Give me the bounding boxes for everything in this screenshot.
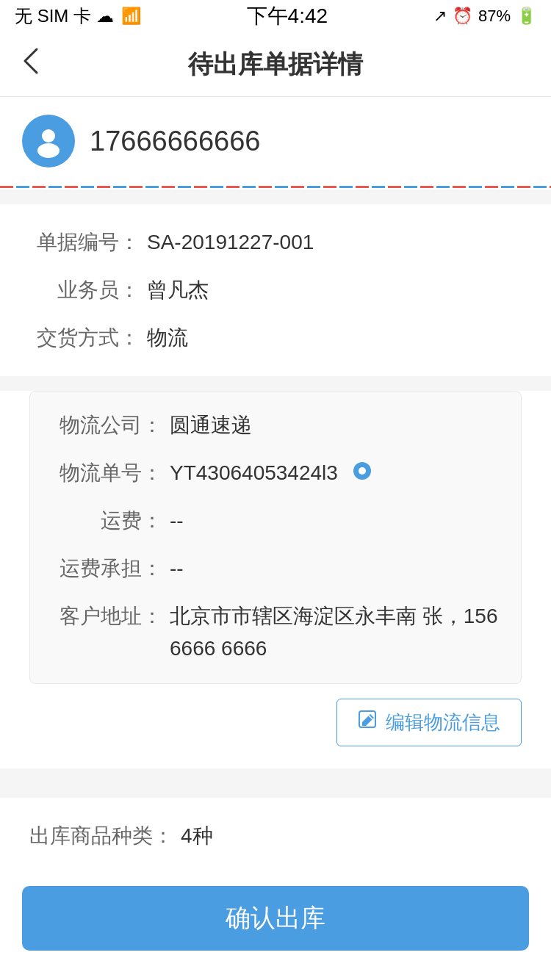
edit-btn-wrapper: 编辑物流信息 — [29, 684, 522, 746]
status-bar: 无 SIM 卡 ☁ 📶 下午4:42 ↗ ⏰ 87% 🔋 — [0, 0, 551, 32]
back-button[interactable] — [22, 39, 54, 90]
dashed-line-decoration — [0, 186, 551, 188]
wifi-icon: 📶 — [121, 7, 141, 26]
outbound-type-label: 出库商品种类： — [29, 820, 181, 853]
confirm-outbound-label: 确认出库 — [226, 901, 325, 935]
document-number-value: SA-20191227-001 — [147, 226, 522, 259]
status-left: 无 SIM 卡 ☁ 📶 — [15, 4, 141, 28]
svg-point-1 — [42, 129, 55, 143]
freight-label: 运费： — [52, 505, 170, 538]
dashed-divider — [0, 185, 551, 190]
freight-value: -- — [170, 505, 499, 538]
document-number-row: 单据编号： SA-20191227-001 — [29, 226, 522, 259]
address-row: 客户地址： 北京市市辖区海淀区永丰南 张，156 6666 6666 — [52, 600, 499, 666]
edit-logistics-button[interactable]: 编辑物流信息 — [336, 699, 522, 746]
svg-point-5 — [359, 467, 366, 475]
freight-bearer-value: -- — [170, 552, 499, 586]
alarm-icon: ⏰ — [453, 7, 472, 26]
location-icon: ↗ — [433, 7, 447, 26]
logistics-card: 物流公司： 圆通速递 物流单号： YT43064053424l3 — [29, 391, 522, 684]
address-value: 北京市市辖区海淀区永丰南 张，156 6666 6666 — [170, 600, 499, 666]
edit-logistics-label: 编辑物流信息 — [386, 710, 500, 735]
delivery-label: 交货方式： — [29, 322, 147, 355]
status-right: ↗ ⏰ 87% 🔋 — [433, 7, 536, 26]
avatar — [22, 115, 75, 167]
freight-row: 运费： -- — [52, 505, 499, 538]
battery-indicator: 87% — [478, 7, 511, 26]
user-phone: 17666666666 — [90, 126, 260, 157]
confirm-section: 确认出库 — [0, 871, 551, 980]
main-content: 17666666666 单据编号： SA-20191227-001 业务员： 曾… — [0, 97, 551, 980]
logistics-company-row: 物流公司： 圆通速递 — [52, 409, 499, 442]
logistics-company-value: 圆通速递 — [170, 409, 499, 442]
salesperson-label: 业务员： — [29, 274, 147, 307]
salesperson-value: 曾凡杰 — [147, 274, 522, 307]
delivery-value: 物流 — [147, 322, 522, 355]
salesperson-row: 业务员： 曾凡杰 — [29, 274, 522, 307]
logistics-company-label: 物流公司： — [52, 409, 170, 442]
sim-label: 无 SIM 卡 ☁ — [15, 4, 114, 28]
page-title: 待出库单据详情 — [188, 48, 363, 82]
document-info-section: 单据编号： SA-20191227-001 业务员： 曾凡杰 交货方式： 物流 — [0, 204, 551, 376]
nav-bar: 待出库单据详情 — [0, 32, 551, 97]
logistics-section: 物流公司： 圆通速递 物流单号： YT43064053424l3 — [0, 391, 551, 768]
freight-bearer-row: 运费承担： -- — [52, 552, 499, 586]
freight-bearer-label: 运费承担： — [52, 552, 170, 586]
location-pin-icon[interactable] — [350, 461, 376, 487]
logistics-tracking-value: YT43064053424l3 — [170, 457, 499, 490]
battery-icon: 🔋 — [516, 7, 536, 26]
logistics-tracking-row: 物流单号： YT43064053424l3 — [52, 457, 499, 490]
outbound-type-row: 出库商品种类： 4种 — [29, 820, 522, 853]
address-label: 客户地址： — [52, 600, 170, 633]
svg-point-2 — [37, 143, 60, 158]
logistics-tracking-label: 物流单号： — [52, 457, 170, 490]
document-number-label: 单据编号： — [29, 226, 147, 259]
status-time: 下午4:42 — [247, 2, 328, 30]
delivery-row: 交货方式： 物流 — [29, 322, 522, 355]
confirm-outbound-button[interactable]: 确认出库 — [22, 886, 529, 951]
section-divider — [0, 768, 551, 783]
user-header: 17666666666 — [0, 97, 551, 185]
outbound-type-value: 4种 — [181, 820, 522, 853]
edit-icon — [358, 710, 378, 735]
